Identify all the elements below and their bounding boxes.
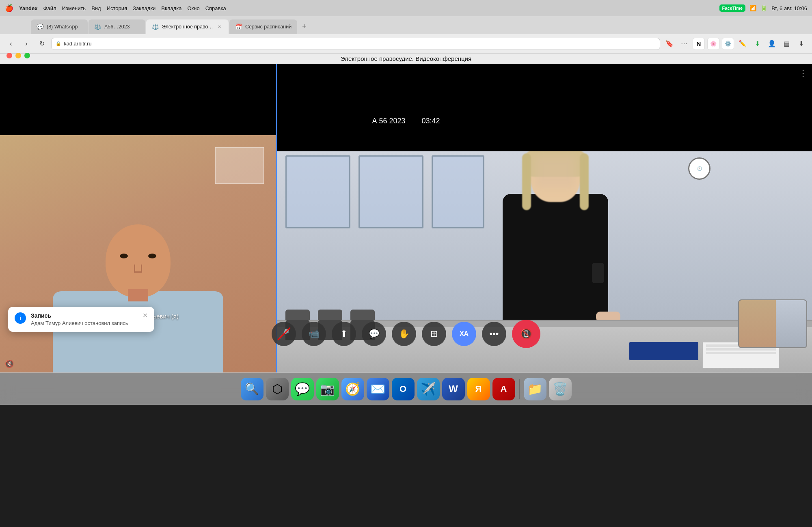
video-conference-area: А 56 2023 03:42 [0, 64, 812, 372]
woman-body [503, 194, 608, 332]
bookmarks-menu[interactable]: Закладки [133, 5, 155, 11]
chat-icon: 💬 [369, 329, 380, 339]
files-icon: 📁 [527, 382, 542, 396]
close-button[interactable] [6, 53, 12, 58]
highlighter-icon[interactable]: ✏️ [736, 38, 749, 50]
tab-schedule[interactable]: 📅 Сервис расписаний [229, 19, 297, 34]
mini-right-feed [776, 300, 806, 347]
help-menu[interactable]: Справка [205, 5, 226, 11]
tab-case[interactable]: ⚖️ А56…2023 [89, 19, 145, 34]
tab-menu[interactable]: Вкладка [161, 5, 181, 11]
toast-title: Запись [31, 312, 138, 319]
wall-paper [215, 147, 264, 184]
new-tab-button[interactable]: + [298, 20, 310, 32]
page-title-bar: Электронное правосудие. Видеоконференция [0, 54, 812, 64]
chat-button[interactable]: 💬 [362, 322, 386, 346]
end-call-icon: 📵 [520, 328, 532, 340]
raise-hand-button[interactable]: ✋ [392, 322, 416, 346]
edit-menu[interactable]: Изменить [62, 5, 86, 11]
toast-icon: i [15, 312, 26, 324]
battery-icon: 🔋 [760, 5, 767, 11]
app-name-menu[interactable]: Yandex [19, 5, 38, 11]
mute-indicator: 🔇 [5, 359, 14, 368]
download-icon[interactable]: ⬇ [751, 38, 763, 50]
tab-favicon-case: ⚖️ [94, 24, 101, 30]
woman-hair-right [580, 153, 589, 210]
tabs-container: 💬 (8) WhatsApp ⚖️ А56…2023 ⚖️ Электронно… [31, 19, 310, 34]
dock-launchpad[interactable]: ⬡ [266, 378, 289, 400]
woman-phone [592, 263, 604, 283]
dock-yandex[interactable]: Я [467, 378, 490, 400]
tab-bar: 💬 (8) WhatsApp ⚖️ А56…2023 ⚖️ Электронно… [0, 16, 812, 34]
mute-button[interactable]: 🎤 [272, 322, 296, 346]
share-screen-button[interactable]: ⬆ [332, 322, 356, 346]
dock-acrobat[interactable]: A [492, 378, 515, 400]
ext-icon-1[interactable]: 🌸 [707, 38, 719, 50]
file-menu[interactable]: Файл [43, 5, 56, 11]
tab-favicon-electronnoe: ⚖️ [152, 24, 159, 30]
toast-close-button[interactable]: ✕ [143, 312, 148, 319]
tab-close-electronnoe[interactable]: ✕ [216, 24, 223, 30]
forward-button[interactable]: › [20, 38, 32, 50]
dock-mail[interactable]: ✉️ [367, 378, 389, 400]
outlook-icon: O [400, 384, 406, 394]
tab-whatsapp[interactable]: 💬 (8) WhatsApp [31, 19, 88, 34]
reload-button[interactable]: ↻ [36, 38, 48, 50]
browser-chrome: 💬 (8) WhatsApp ⚖️ А56…2023 ⚖️ Электронно… [0, 16, 812, 64]
bookmark-icon[interactable]: 🔖 [663, 38, 676, 50]
toast-body: Адам Тимур Алиевич остановил запись [31, 320, 138, 326]
share-icon: ⬆ [340, 329, 348, 339]
download-manager-icon[interactable]: ⬇ [795, 38, 807, 50]
maximize-button[interactable] [24, 53, 30, 58]
history-menu[interactable]: История [107, 5, 127, 11]
control-bar: 🎤 📹 ⬆ 💬 ✋ ⊞ ХА ••• 📵 [272, 320, 540, 348]
url-text: kad.arbitr.ru [64, 41, 92, 47]
more-controls-button[interactable]: ••• [482, 322, 506, 346]
notion-icon[interactable]: N [693, 38, 705, 50]
more-options-icon[interactable]: ⋯ [678, 38, 690, 50]
left-person-area [0, 135, 276, 372]
end-call-button[interactable]: 📵 [512, 320, 540, 348]
tab-favicon-schedule: 📅 [235, 24, 242, 30]
minimize-button[interactable] [15, 53, 21, 58]
layout-button[interactable]: ⊞ [422, 322, 446, 346]
page-title: Электронное правосудие. Видеоконференция [341, 55, 471, 62]
wifi-icon: 📶 [749, 5, 756, 11]
camera-button[interactable]: 📹 [302, 322, 326, 346]
sidebar-icon[interactable]: ▤ [780, 38, 793, 50]
apple-menu[interactable]: 🍎 [5, 4, 13, 13]
window-menu[interactable]: Окно [187, 5, 199, 11]
dock-word[interactable]: W [442, 378, 465, 400]
chair-back-3 [350, 310, 375, 320]
avatar-button[interactable]: ХА [452, 322, 476, 346]
toolbar-actions: 🔖 ⋯ N 🌸 ⚙️ ✏️ ⬇ 👤 ▤ ⬇ [663, 38, 807, 50]
back-button[interactable]: ‹ [5, 38, 17, 50]
dock-trash[interactable]: 🗑️ [549, 378, 572, 400]
menubar: 🍎 Yandex Файл Изменить Вид История Закла… [0, 0, 812, 16]
dock-messages[interactable]: 💬 [291, 378, 314, 400]
traffic-lights [2, 53, 34, 62]
tab-electronnoe[interactable]: ⚖️ Электронное право… ✕ [146, 19, 229, 34]
room-window-1 [285, 155, 350, 228]
address-bar[interactable]: 🔒 kad.arbitr.ru [51, 38, 660, 50]
dock-files[interactable]: 📁 [524, 378, 546, 400]
room-clock: 🕐 [688, 157, 710, 180]
more-options-button[interactable]: ⋮ [799, 68, 807, 78]
raise-hand-icon: ✋ [399, 329, 410, 339]
profile-icon[interactable]: 👤 [766, 38, 778, 50]
dock-facetime[interactable]: 📷 [316, 378, 339, 400]
tab-favicon-whatsapp: 💬 [37, 24, 43, 30]
yandex-icon: Я [475, 384, 482, 394]
left-black-top [0, 64, 276, 135]
dock-outlook[interactable]: O [392, 378, 415, 400]
man-left-eye [120, 254, 128, 258]
view-menu[interactable]: Вид [91, 5, 101, 11]
dock-telegram[interactable]: ✈️ [417, 378, 440, 400]
case-info-overlay: А 56 2023 03:42 [372, 117, 440, 125]
safari-icon: 🧭 [345, 382, 360, 396]
dock-finder[interactable]: 🔍 [241, 378, 263, 400]
dock-safari[interactable]: 🧭 [341, 378, 364, 400]
avatar-initials: ХА [460, 330, 469, 338]
ext-icon-2[interactable]: ⚙️ [722, 38, 734, 50]
desk-folder [629, 342, 698, 360]
